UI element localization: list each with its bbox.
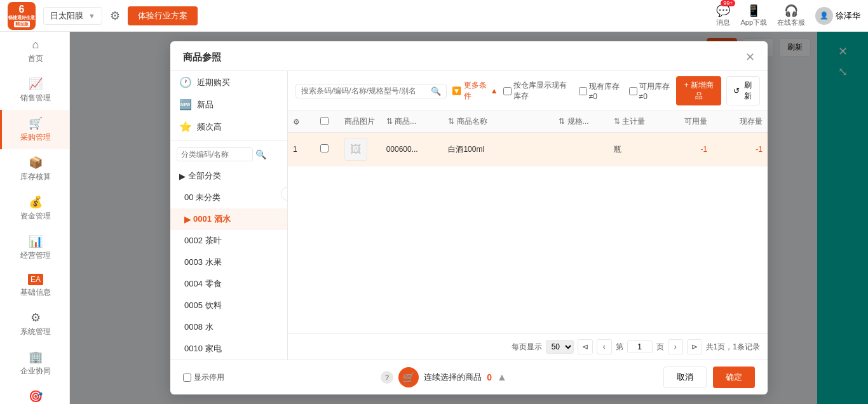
trial-button[interactable]: 体验行业方案 (128, 6, 198, 25)
cb-nonzero-stock[interactable]: 现有库存≠0 (579, 81, 621, 101)
sidebar-item-inventory[interactable]: 📦 库存核算 (0, 149, 69, 189)
th-name[interactable]: ⇅ 商品名称 (443, 111, 553, 133)
page-first-button[interactable]: ⊲ (578, 339, 593, 354)
category-search-icon[interactable]: 🔍 (255, 149, 266, 159)
sidebar-label-inventory: 库存核算 (20, 172, 51, 182)
cancel-button[interactable]: 取消 (663, 367, 707, 388)
th-settings[interactable]: ⚙ (288, 111, 315, 133)
sidebar-item-system[interactable]: ⚙ 系统管理 (0, 304, 69, 344)
quick-new[interactable]: 🆕 新品 (170, 93, 287, 116)
sidebar-item-basic[interactable]: EA 基础信息 (0, 267, 69, 304)
refresh-button[interactable]: ↺ 刷新 (726, 76, 760, 105)
sidebar-label-basic: 基础信息 (20, 287, 51, 298)
main-layout: ⌂ 首页 📈 销售管理 🛒 采购管理 📦 库存核算 💰 资金管理 📊 经营管理 … (0, 32, 868, 404)
navbar: 6 畅捷通好生意 精品版 日太阳膜 ▼ ⚙ 体验行业方案 💬 消息 99+ 📱 … (0, 0, 868, 32)
th-stock-label: 现存量 (740, 117, 763, 126)
sidebar-label-system: 系统管理 (20, 327, 51, 337)
th-avail-label: 可用量 (684, 117, 707, 126)
cb-by-warehouse[interactable]: 按仓库显示现有库存 (503, 80, 571, 102)
cb-by-warehouse-input[interactable] (503, 87, 512, 95)
collapse-footer-button[interactable]: ▲ (497, 372, 507, 383)
sidebar-item-corp[interactable]: 🏢 企业协同 (0, 344, 69, 383)
modal-close-button[interactable]: ✕ (745, 50, 755, 64)
cb-nonzero-stock-input[interactable] (579, 87, 587, 95)
table-row[interactable]: 1 🖼 000600... 白酒100ml 瓶 (288, 133, 768, 166)
row-code: 000600... (381, 133, 444, 166)
cat-water[interactable]: 0008 水 (170, 316, 287, 338)
message-button[interactable]: 💬 消息 99+ (716, 4, 730, 27)
th-code[interactable]: ⇅ 商品... (381, 111, 444, 133)
th-spec[interactable]: ⇅ 规格... (553, 111, 609, 133)
row-select-checkbox[interactable] (320, 144, 329, 152)
sidebar-label-corp: 企业协同 (20, 366, 51, 377)
sales-icon: 📈 (29, 77, 43, 91)
cat-unclassified[interactable]: 00 未分类 (170, 187, 287, 208)
th-checkbox[interactable] (315, 111, 339, 133)
page-number-input[interactable] (627, 340, 653, 353)
show-disabled-checkbox[interactable]: 显示停用 (183, 372, 224, 383)
cat-drink-label: 0005 饮料 (184, 300, 222, 311)
th-unit-label: 主计量 (622, 117, 645, 126)
app-label: App下载 (740, 18, 767, 27)
row-stock: -1 (712, 133, 768, 166)
cat-snack[interactable]: 0004 零食 (170, 273, 287, 295)
cat-appliance-label: 0010 家电 (184, 343, 222, 354)
store-dropdown-arrow: ▼ (88, 12, 95, 20)
cat-drink[interactable]: 0005 饮料 (170, 295, 287, 316)
quick-recent[interactable]: 🕐 近期购买 (170, 71, 287, 93)
cat-liquor[interactable]: ▶ 0001 酒水 (170, 208, 287, 230)
help-button[interactable]: ? (381, 371, 393, 384)
cat-tea[interactable]: 0002 茶叶 (170, 230, 287, 252)
select-all-checkbox[interactable] (320, 117, 329, 125)
page-last-button[interactable]: ⊳ (687, 339, 702, 354)
footer-left: 显示停用 (183, 372, 224, 383)
filter-checkboxes: 按仓库显示现有库存 现有库存≠0 可用库存≠0 (503, 80, 672, 102)
modal-header: 商品参照 ✕ (170, 41, 768, 71)
cat-appliance[interactable]: 0010 家电 (170, 338, 287, 360)
row-checkbox[interactable] (315, 133, 339, 166)
sidebar-label-purchase: 采购管理 (20, 132, 51, 143)
confirm-button[interactable]: 确定 (713, 367, 755, 388)
new-icon: 🆕 (179, 98, 192, 111)
cart-button[interactable]: 🛒 (398, 367, 419, 387)
more-filter-button[interactable]: 🔽 更多条件 ▲ (452, 80, 498, 102)
footer-middle: ? 🛒 连续选择的商品 0 ▲ (231, 367, 657, 387)
cb-nonzero-avail-input[interactable] (629, 87, 637, 95)
per-page-select[interactable]: 50 (546, 340, 574, 354)
sidebar-item-finance[interactable]: 💰 资金管理 (0, 189, 69, 228)
app-download-button[interactable]: 📱 App下载 (740, 4, 767, 27)
cb-nonzero-stock-label: 现有库存≠0 (589, 81, 621, 101)
cat-all-label: 全部分类 (188, 170, 221, 182)
product-search-input[interactable] (301, 86, 428, 95)
sidebar-item-sales[interactable]: 📈 销售管理 (0, 71, 69, 110)
row-name: 白酒100ml (443, 133, 553, 166)
cat-fruit[interactable]: 0003 水果 (170, 252, 287, 273)
store-selector[interactable]: 日太阳膜 ▼ (43, 7, 102, 25)
page-prev-button[interactable]: ‹ (597, 339, 612, 354)
show-disabled-input[interactable] (183, 374, 191, 382)
sidebar-item-purchase[interactable]: 🛒 采购管理 (0, 110, 69, 149)
sidebar-item-biz[interactable]: 📊 经营管理 (0, 228, 69, 267)
category-panel: 🕐 近期购买 🆕 新品 ⭐ 频次高 (170, 71, 288, 360)
table-toolbar: 🔍 🔽 更多条件 ▲ 按仓库显示现有库存 (288, 71, 768, 111)
settings-icon[interactable]: ⚙ (110, 9, 120, 23)
cat-all[interactable]: ▶ 全部分类 (170, 165, 287, 187)
page-next-button[interactable]: › (668, 339, 683, 354)
add-product-button[interactable]: + 新增商品 (676, 76, 721, 105)
table-header-row: ⚙ 商品图片 ⇅ 商品... (288, 111, 768, 133)
basic-icon: EA (28, 274, 43, 285)
cat-water-label: 0008 水 (184, 321, 214, 333)
category-search-input[interactable] (177, 147, 253, 161)
quick-frequent[interactable]: ⭐ 频次高 (170, 116, 287, 138)
product-search-icon[interactable]: 🔍 (431, 86, 441, 96)
sidebar-item-guide[interactable]: 🎯 新手引导 (0, 383, 69, 404)
filter-up-icon: ▲ (491, 86, 498, 95)
th-unit[interactable]: ⇅ 主计量 (609, 111, 657, 133)
cat-fruit-label: 0003 水果 (184, 257, 222, 268)
cat-tea-label: 0002 茶叶 (184, 235, 222, 246)
online-service-button[interactable]: 🎧 在线客服 (777, 4, 805, 27)
sidebar-item-home[interactable]: ⌂ 首页 (0, 32, 69, 71)
cb-nonzero-avail-label: 可用库存≠0 (639, 81, 672, 101)
user-avatar[interactable]: 👤 徐泽华 (815, 7, 860, 25)
cb-nonzero-avail[interactable]: 可用库存≠0 (629, 81, 672, 101)
